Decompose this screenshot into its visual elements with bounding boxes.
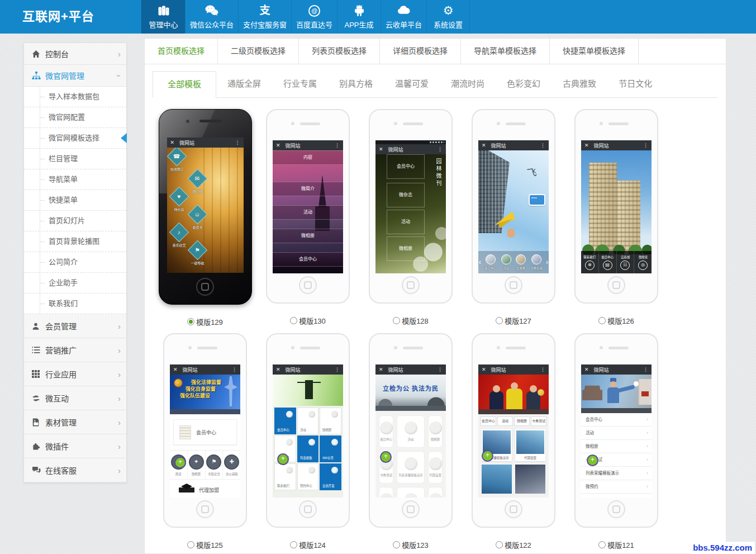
phone-preview-129[interactable]: ✕微网站⋮ ✉微介绍 ♥特价房 ☺会员卡 ♪音乐欣赏 ⚑一键导航 ☎在线预订: [159, 109, 252, 305]
topnav-system-settings[interactable]: ⚙ 系统设置: [426, 0, 470, 34]
cloud-plus-icon: [397, 4, 411, 17]
filter-fullscreen[interactable]: 通版全屏: [216, 71, 272, 97]
phone-preview-122[interactable]: ✕微网站⋮ 会员中心 活动 微相册 卡券测试: [472, 333, 555, 528]
filter-trendy[interactable]: 潮流时尚: [440, 71, 496, 97]
sidebar-item-micro-interaction[interactable]: 微互动 ›: [24, 386, 126, 410]
topnav-label: APP生成: [345, 19, 374, 30]
phone-preview-124[interactable]: ✕微网站⋮ 会员中心 活动 微相册 卡券测试 列表模板 360全景 联系我们 预…: [266, 333, 350, 528]
home-button: [196, 278, 214, 296]
submenu-enterprise-assistant[interactable]: 企业助手: [24, 273, 126, 293]
phone-preview-128[interactable]: ✕微网站⋮ 园林微刊 微杂志 活动 微相册 会员中心: [369, 109, 453, 304]
radio-icon[interactable]: [393, 317, 400, 324]
tab-quick-menu-template[interactable]: 快捷菜单模板选择: [550, 39, 639, 64]
filter-grid-style[interactable]: 别具方格: [328, 71, 384, 97]
home-button: [402, 276, 420, 294]
sidebar-item-members[interactable]: 会员管理 ›: [24, 314, 126, 338]
sidebar-item-marketing[interactable]: 营销推广 ›: [24, 338, 126, 362]
sidebar-item-industry-apps[interactable]: 行业应用 ›: [24, 362, 126, 386]
template-row: ✕微网站⋮ ✉微介绍 ♥特价房 ☺会员卡 ♪音乐欣赏 ⚑一键导航 ☎在线预订 模…: [154, 109, 726, 326]
template-radio-126[interactable]: 模版126: [598, 316, 634, 325]
phone-preview-126[interactable]: ✕微网站⋮ 联系我们⊕ 会员中心▤ 云商城☷ 微搜索◎: [574, 109, 658, 304]
speaker-slot: [403, 347, 423, 349]
tab-detail-page-template[interactable]: 详细页模板选择: [380, 39, 461, 64]
sidebar-item-label: 微互动: [45, 392, 69, 404]
tab-second-level-template[interactable]: 二级页模板选择: [218, 39, 299, 64]
filter-colorful[interactable]: 色彩变幻: [496, 71, 551, 97]
sidebar-item-material-management[interactable]: 素材管理 ›: [24, 410, 126, 434]
template-card-130: ✕微网站⋮ 微简介 活动 微相册 会员中心 内容 模版130: [256, 109, 359, 326]
graduation-cap-icon: [179, 487, 194, 493]
watermark: bbs.594zz.com: [690, 542, 755, 554]
topnav-app-generate[interactable]: APP生成: [337, 0, 381, 34]
camera-dot: [291, 122, 294, 125]
sidebar-item-console[interactable]: 控制台 ›: [24, 43, 126, 65]
speaker-slot: [199, 120, 222, 122]
filter-industry[interactable]: 行业专属: [272, 71, 328, 97]
filter-all-templates[interactable]: 全部模板: [153, 71, 216, 98]
tab-list-page-template[interactable]: 列表页模板选择: [299, 39, 380, 64]
radio-icon[interactable]: [290, 317, 297, 324]
radio-icon[interactable]: [598, 317, 606, 324]
filter-festival[interactable]: 节日文化: [607, 71, 663, 97]
submenu-company-profile[interactable]: 公司简介: [24, 252, 126, 273]
topnav-label: 管理中心: [149, 19, 178, 30]
sidebar-item-online-service[interactable]: 在线客服 ›: [24, 458, 126, 482]
submenu-import-sample-data[interactable]: 导入样本数据包: [24, 87, 126, 107]
phone-preview-125[interactable]: ✕微网站⋮ 强化法律监督 强化自身监督 强化队伍建设 会员中心 ♥测试: [163, 333, 247, 528]
sidebar-item-label: 微插件: [45, 441, 69, 452]
template-radio-121[interactable]: 模版121: [598, 540, 634, 549]
submenu-column-management[interactable]: 栏目管理: [24, 149, 126, 169]
template-card-125: ✕微网站⋮ 强化法律监督 强化自身监督 强化队伍建设 会员中心 ♥测试: [154, 333, 256, 549]
phone-preview-127[interactable]: ✕微网站⋮ 飞 ‹ 会员中心 活动 优惠券 卡券核销 ›: [472, 109, 555, 304]
template-radio-127[interactable]: 模版127: [496, 316, 531, 325]
filter-classic[interactable]: 古典雅致: [551, 71, 607, 97]
screen-127: ✕微网站⋮ 飞 ‹ 会员中心 活动 优惠券 卡券核销 ›: [478, 140, 549, 273]
sidebar-item-micro-website[interactable]: 微官网管理 ›: [24, 65, 126, 87]
radio-icon[interactable]: [393, 541, 400, 548]
template-radio-128[interactable]: 模版128: [393, 316, 429, 325]
topnav-alipay-window[interactable]: 支 支付宝服务窗: [238, 0, 291, 34]
template-radio-124[interactable]: 模版124: [290, 540, 326, 549]
chevron-down-icon: ›: [115, 74, 124, 77]
submenu-contact-us[interactable]: 联系我们: [24, 293, 126, 314]
template-radio-123[interactable]: 模版123: [393, 540, 429, 549]
sidebar-item-label: 控制台: [45, 48, 69, 59]
user-icon: [32, 322, 45, 330]
sidebar-item-micro-plugins[interactable]: 微插件 ›: [24, 434, 126, 458]
submenu-nav-menu[interactable]: 导航菜单: [24, 169, 126, 190]
topnav-wechat-platform[interactable]: 微信公众平台: [185, 0, 238, 34]
phone-preview-121[interactable]: ✕微网站⋮ 会员中心› 活动› 微相册› 卡券测试› 列表荣耀模板演示›: [574, 333, 658, 528]
submenu-home-slides[interactable]: 首页幻灯片: [24, 211, 126, 231]
submenu-template-select[interactable]: 微官网模板选择: [24, 128, 126, 149]
submenu-home-bg-carousel[interactable]: 首页背景轮播图: [24, 231, 126, 252]
filter-warm-cute[interactable]: 温馨可爱: [384, 71, 440, 97]
puzzle-icon: [32, 442, 45, 451]
chevron-right-icon: ›: [118, 442, 121, 451]
tab-nav-menu-template[interactable]: 导航菜单模板选择: [461, 39, 550, 64]
phone-preview-123[interactable]: ✕微网站⋮ 立检为公 执法为民 会员中心 活动 微相册 卡券测试 列表荣耀模板演…: [369, 333, 453, 528]
speaker-slot: [506, 347, 526, 349]
radio-icon[interactable]: [598, 541, 606, 548]
speaker-slot: [197, 347, 217, 349]
sidebar-item-label: 微官网管理: [45, 70, 84, 81]
submenu-quick-menu[interactable]: 快捷菜单: [24, 190, 126, 211]
phone-preview-130[interactable]: ✕微网站⋮ 微简介 活动 微相册 会员中心 内容: [266, 109, 350, 304]
topnav-baidu-zhida[interactable]: @ 百度直达号: [291, 0, 337, 34]
template-radio-130[interactable]: 模版130: [290, 316, 326, 325]
template-radio-122[interactable]: 模版122: [496, 540, 531, 549]
template-radio-129[interactable]: 模版129: [187, 317, 223, 326]
radio-icon[interactable]: [496, 317, 503, 324]
topnav-management-center[interactable]: 管理中心: [141, 0, 185, 34]
template-card-123: ✕微网站⋮ 立检为公 执法为民 会员中心 活动 微相册 卡券测试 列表荣耀模板演…: [359, 333, 462, 549]
radio-icon[interactable]: [187, 541, 194, 548]
radio-icon[interactable]: [290, 541, 297, 548]
radio-checked-icon[interactable]: [187, 318, 194, 325]
camera-dot: [600, 122, 603, 125]
screen-121: ✕微网站⋮ 会员中心› 活动› 微相册› 卡券测试› 列表荣耀模板演示›: [581, 364, 652, 498]
topnav-cloud-orders[interactable]: 云收单平台: [381, 0, 426, 34]
submenu-website-config[interactable]: 微官网配置: [24, 107, 126, 128]
binders-icon: [158, 4, 170, 17]
tab-home-template[interactable]: 首页模板选择: [145, 39, 218, 64]
radio-icon[interactable]: [496, 541, 503, 548]
template-radio-125[interactable]: 模版125: [187, 540, 223, 549]
